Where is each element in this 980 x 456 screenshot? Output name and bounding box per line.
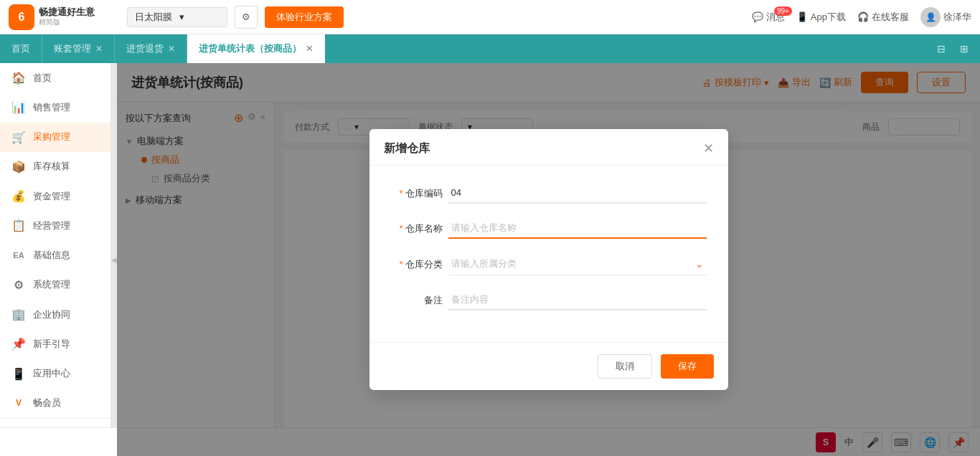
remark-label: 备注: [391, 294, 448, 307]
sales-icon: 📊: [11, 100, 26, 114]
tab-stat-label: 进货单统计表（按商品）: [199, 42, 301, 55]
sidebar-operation-label: 经营管理: [33, 219, 70, 232]
modal-overlay: 新增仓库 ✕ 仓库编码 仓库名称 仓库分类: [117, 63, 980, 456]
sidebar-finance-label: 资金管理: [33, 190, 70, 203]
tab-return-close[interactable]: ✕: [168, 44, 175, 54]
app-label: App下载: [811, 11, 846, 24]
try-industry-button[interactable]: 体验行业方案: [265, 6, 344, 28]
user-name: 徐泽华: [943, 11, 971, 24]
app-download-button[interactable]: 📱 App下载: [796, 11, 846, 24]
modal-body: 仓库编码 仓库名称 仓库分类 请输入所属分类 ⌄: [369, 166, 728, 342]
sidebar-app-label: 应用中心: [33, 367, 70, 380]
tab-purchase-stat[interactable]: 进货单统计表（按商品） ✕: [187, 34, 325, 63]
home-icon: 🏠: [11, 71, 26, 85]
tab-account[interactable]: 账套管理 ✕: [42, 34, 115, 63]
sidebar-home-label: 首页: [33, 72, 52, 85]
sidebar-sales-label: 销售管理: [33, 101, 70, 114]
tab-home-label: 首页: [11, 42, 30, 55]
save-button[interactable]: 保存: [661, 354, 714, 379]
online-service-button[interactable]: 🎧 在线客服: [857, 11, 909, 24]
tab-return-label: 进货退货: [126, 42, 164, 55]
category-placeholder: 请输入所属分类: [451, 257, 695, 270]
service-label: 在线客服: [872, 11, 909, 24]
message-icon: 💬: [752, 11, 763, 22]
sidebar-corp-label: 企业协同: [33, 308, 70, 321]
add-warehouse-modal: 新增仓库 ✕ 仓库编码 仓库名称 仓库分类: [369, 129, 728, 390]
sidebar-item-sales[interactable]: 📊 销售管理: [0, 92, 110, 122]
sidebar-item-member[interactable]: V 畅会员: [0, 389, 110, 418]
sidebar-item-home[interactable]: 🏠 首页: [0, 63, 110, 92]
tab-stat-close[interactable]: ✕: [306, 44, 313, 54]
sidebar-guide-label: 新手引导: [33, 338, 70, 351]
user-menu[interactable]: 👤 徐泽华: [920, 7, 971, 27]
sidebar-item-guide[interactable]: 📌 新手引导: [0, 329, 110, 358]
sidebar-purchase-label: 采购管理: [33, 130, 70, 143]
store-chevron-icon: ▾: [179, 11, 220, 22]
content-area: 进货单统计(按商品) 🖨 按模板打印 ▾ 📤 导出 🔄 刷新 查询 设置: [117, 63, 980, 456]
messages-button[interactable]: 💬 消息 99+: [752, 11, 785, 24]
logo-icon: 6: [9, 4, 34, 30]
sidebar-item-inventory[interactable]: 📦 库存核算: [0, 152, 110, 181]
logo-sub: 精简版: [39, 17, 95, 27]
sidebar-item-finance[interactable]: 💰 资金管理: [0, 181, 110, 211]
settings-icon[interactable]: ⚙: [235, 6, 258, 29]
name-input[interactable]: [448, 218, 707, 239]
corp-icon: 🏢: [11, 308, 26, 321]
tab-account-close[interactable]: ✕: [95, 44, 103, 54]
sidebar-item-system[interactable]: ⚙ 系统管理: [0, 270, 110, 300]
remark-input[interactable]: [448, 290, 707, 310]
tab-bar: 首页 账套管理 ✕ 进货退货 ✕ 进货单统计表（按商品） ✕ ⊟ ⊞: [0, 34, 980, 63]
sidebar-basic-label: 基础信息: [33, 249, 70, 262]
category-select[interactable]: 请输入所属分类 ⌄: [448, 253, 707, 275]
name-label: 仓库名称: [391, 222, 448, 235]
sidebar: 🏠 首页 📊 销售管理 🛒 采购管理 📦 库存核算 💰 资金管理 📋 经营管理 …: [0, 63, 111, 456]
form-row-category: 仓库分类 请输入所属分类 ⌄: [391, 253, 707, 275]
sidebar-inventory-label: 库存核算: [33, 160, 70, 173]
cancel-button[interactable]: 取消: [598, 354, 652, 379]
modal-title: 新增仓库: [384, 141, 430, 156]
message-badge: 99+: [774, 6, 792, 16]
sidebar-item-purchase[interactable]: 🛒 采购管理: [0, 123, 110, 152]
sidebar-system-label: 系统管理: [33, 278, 70, 291]
member-icon: V: [11, 398, 26, 408]
avatar: 👤: [920, 7, 941, 27]
sidebar-item-corp[interactable]: 🏢 企业协同: [0, 300, 110, 329]
store-name: 日太阳膜: [135, 11, 175, 24]
store-selector[interactable]: 日太阳膜 ▾: [127, 7, 227, 27]
tab-prev-icon[interactable]: ⊟: [931, 39, 951, 59]
main-layout: 🏠 首页 📊 销售管理 🛒 采购管理 📦 库存核算 💰 资金管理 📋 经营管理 …: [0, 63, 980, 456]
tab-purchase-return[interactable]: 进货退货 ✕: [115, 34, 187, 63]
tab-expand-icon[interactable]: ⊞: [954, 39, 974, 59]
basic-icon: EA: [11, 251, 26, 260]
sidebar-member-label: 畅会员: [33, 396, 61, 409]
app-icon: 📱: [796, 11, 808, 22]
form-row-remark: 备注: [391, 290, 707, 310]
tab-account-label: 账套管理: [54, 42, 91, 55]
modal-header: 新增仓库 ✕: [369, 129, 728, 166]
form-row-code: 仓库编码: [391, 183, 707, 204]
system-icon: ⚙: [11, 278, 26, 292]
headset-icon: 🎧: [857, 11, 869, 22]
top-bar: 6 畅捷通好生意 精简版 日太阳膜 ▾ ⚙ 体验行业方案 💬 消息 99+ 📱 …: [0, 0, 980, 34]
purchase-icon: 🛒: [11, 130, 26, 144]
logo-title: 畅捷通好生意: [39, 6, 95, 18]
sidebar-collapse-bar[interactable]: ◀: [111, 63, 117, 456]
sidebar-item-basic[interactable]: EA 基础信息: [0, 241, 110, 270]
logo-area: 6 畅捷通好生意 精简版: [9, 4, 120, 30]
modal-footer: 取消 保存: [369, 342, 728, 390]
form-row-name: 仓库名称: [391, 218, 707, 239]
category-label: 仓库分类: [391, 258, 448, 271]
category-chevron-icon: ⌄: [695, 258, 704, 270]
app-center-icon: 📱: [11, 367, 26, 381]
sidebar-item-app[interactable]: 📱 应用中心: [0, 359, 110, 389]
modal-close-button[interactable]: ✕: [703, 141, 714, 156]
code-input[interactable]: [448, 183, 707, 204]
guide-icon: 📌: [11, 337, 26, 351]
sidebar-item-operation[interactable]: 📋 经营管理: [0, 211, 110, 240]
tab-home[interactable]: 首页: [0, 34, 42, 63]
code-label: 仓库编码: [391, 187, 448, 200]
operation-icon: 📋: [11, 219, 26, 232]
finance-icon: 💰: [11, 189, 26, 203]
inventory-icon: 📦: [11, 160, 26, 174]
